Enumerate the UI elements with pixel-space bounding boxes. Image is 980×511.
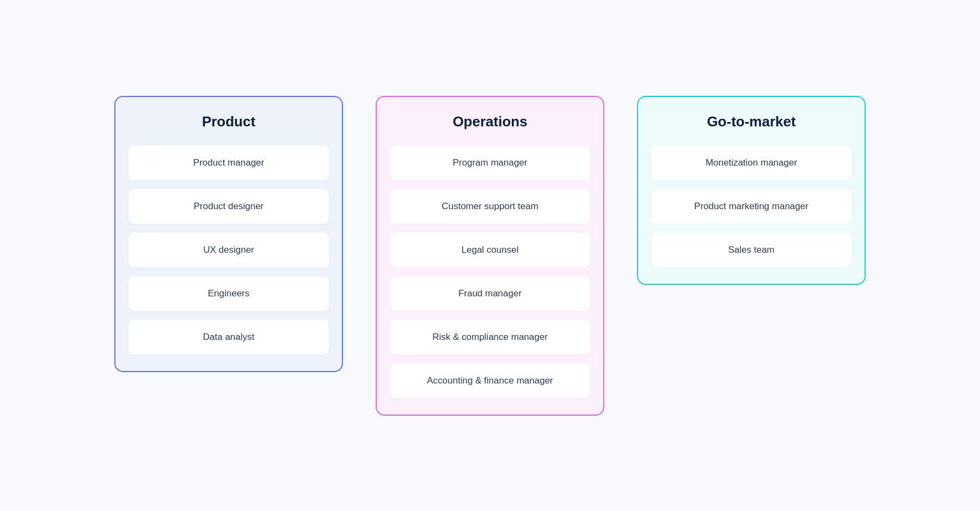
item-card-go-to-market-2[interactable]: Sales team xyxy=(651,233,852,267)
column-operations-items: Program managerCustomer support teamLega… xyxy=(390,145,590,398)
item-card-operations-3[interactable]: Fraud manager xyxy=(390,276,590,311)
item-card-operations-0[interactable]: Program manager xyxy=(390,145,590,180)
item-card-product-4[interactable]: Data analyst xyxy=(128,320,329,355)
item-card-product-1[interactable]: Product designer xyxy=(128,189,329,224)
column-product: ProductProduct managerProduct designerUX… xyxy=(114,96,343,372)
column-go-to-market: Go-to-marketMonetization managerProduct … xyxy=(637,96,866,285)
item-card-go-to-market-1[interactable]: Product marketing manager xyxy=(651,189,852,224)
column-operations-header: Operations xyxy=(390,113,590,130)
item-card-operations-1[interactable]: Customer support team xyxy=(390,189,590,224)
item-card-go-to-market-0[interactable]: Monetization manager xyxy=(651,145,852,180)
column-go-to-market-header: Go-to-market xyxy=(651,113,852,130)
item-card-operations-2[interactable]: Legal counsel xyxy=(390,233,590,267)
item-card-product-2[interactable]: UX designer xyxy=(128,233,329,267)
item-card-product-0[interactable]: Product manager xyxy=(128,145,329,180)
columns-container: ProductProduct managerProduct designerUX… xyxy=(93,74,887,437)
item-card-product-3[interactable]: Engineers xyxy=(128,276,329,311)
column-product-items: Product managerProduct designerUX design… xyxy=(128,145,329,355)
item-card-operations-4[interactable]: Risk & compliance manager xyxy=(390,320,590,355)
column-product-header: Product xyxy=(128,113,329,130)
column-operations: OperationsProgram managerCustomer suppor… xyxy=(376,96,604,416)
column-go-to-market-items: Monetization managerProduct marketing ma… xyxy=(651,145,852,267)
item-card-operations-5[interactable]: Accounting & finance manager xyxy=(390,363,590,398)
